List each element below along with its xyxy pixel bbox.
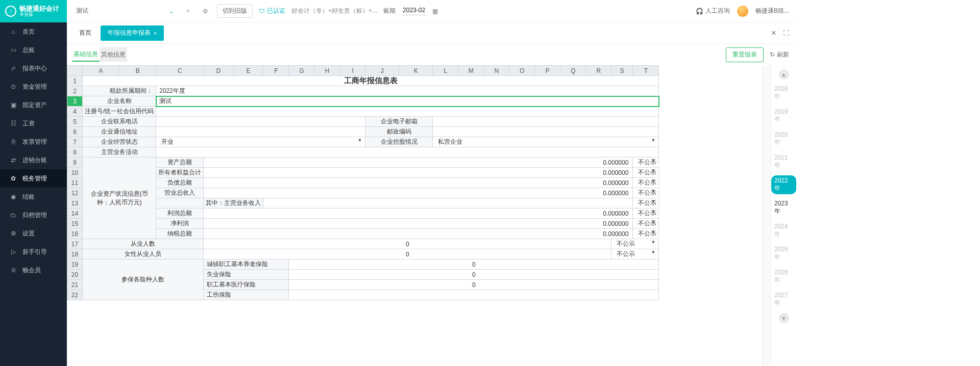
col-header[interactable]: M bbox=[458, 66, 484, 76]
year-2020年[interactable]: 2020年 bbox=[771, 129, 796, 148]
nav-icon: ⚙ bbox=[9, 229, 17, 238]
tab-首页[interactable]: 首页 bbox=[72, 25, 99, 41]
year-2026年[interactable]: 2026年 bbox=[771, 267, 796, 286]
nav-新手引导[interactable]: ▷新手引导 bbox=[0, 243, 67, 261]
sidebar: 畅捷通好会计 专业版 ⌂首页▭总账⬀报表中心⊙资金管理▣固定资产☷工资⎘发票管理… bbox=[0, 0, 67, 366]
fullscreen-icon[interactable]: ⛶ bbox=[781, 28, 791, 38]
add-company-button[interactable]: ＋ bbox=[182, 6, 193, 17]
nav-icon: ♔ bbox=[9, 266, 17, 274]
year-2024年[interactable]: 2024年 bbox=[771, 221, 796, 240]
nav-畅会员[interactable]: ♔畅会员 bbox=[0, 261, 67, 279]
year-down-button[interactable]: ▼ bbox=[779, 313, 789, 323]
year-2022年[interactable]: 2022年 bbox=[771, 175, 796, 194]
col-header[interactable]: H bbox=[314, 66, 340, 76]
settings-icon[interactable]: ⚙ bbox=[200, 6, 211, 17]
year-2018年[interactable]: 2018年 bbox=[771, 84, 796, 102]
old-version-button[interactable]: 切到旧版 bbox=[217, 4, 253, 18]
col-header[interactable] bbox=[67, 66, 83, 76]
col-header[interactable]: G bbox=[289, 66, 314, 76]
col-header[interactable]: I bbox=[340, 66, 365, 76]
period-value[interactable]: 2023-02 bbox=[402, 7, 426, 15]
year-2023年[interactable]: 2023年 bbox=[771, 198, 796, 217]
logo-icon bbox=[5, 6, 16, 17]
nav-报表中心[interactable]: ⬀报表中心 bbox=[0, 59, 67, 77]
nav-总账[interactable]: ▭总账 bbox=[0, 41, 67, 59]
period-label: 账期 bbox=[383, 7, 396, 15]
year-up-button[interactable]: ▲ bbox=[779, 69, 789, 80]
col-header[interactable]: O bbox=[509, 66, 535, 76]
col-header[interactable]: E bbox=[233, 66, 263, 76]
shield-icon: 🛡 bbox=[259, 8, 265, 15]
tab-年报信息申报表[interactable]: 年报信息申报表× bbox=[101, 25, 164, 41]
col-header[interactable]: Q bbox=[560, 66, 586, 76]
company-name: 测试 bbox=[76, 7, 88, 15]
verified-badge: 🛡 已认证 bbox=[259, 7, 285, 15]
spreadsheet[interactable]: ABCDEFGHIJKLMNOPQRST1工商年报信息表2税款所属期间：2022… bbox=[67, 65, 763, 366]
tabbar: 首页年报信息申报表× × ⛶ bbox=[67, 22, 796, 44]
nav-icon: ⌂ bbox=[9, 28, 17, 36]
nav-icon: ▣ bbox=[9, 101, 17, 109]
period-calendar-icon[interactable]: ▦ bbox=[432, 8, 438, 15]
subtab-其他信息[interactable]: 其他信息 bbox=[100, 47, 127, 62]
nav-固定资产[interactable]: ▣固定资产 bbox=[0, 96, 67, 114]
nav-发票管理[interactable]: ⎘发票管理 bbox=[0, 133, 67, 151]
nav-工资[interactable]: ☷工资 bbox=[0, 114, 67, 133]
year-2019年[interactable]: 2019年 bbox=[771, 107, 796, 125]
col-header[interactable]: R bbox=[586, 66, 611, 76]
col-header[interactable]: T bbox=[633, 66, 659, 76]
col-header[interactable]: S bbox=[611, 66, 633, 76]
nav-icon: ☷ bbox=[9, 119, 17, 127]
col-header[interactable]: B bbox=[119, 66, 156, 76]
nav-进销台账[interactable]: ⇄进销台账 bbox=[0, 151, 67, 169]
nav-icon: ⊙ bbox=[9, 83, 17, 91]
col-header[interactable]: C bbox=[156, 66, 204, 76]
nav-icon: ⇄ bbox=[9, 156, 17, 164]
logo: 畅捷通好会计 专业版 bbox=[0, 0, 67, 22]
close-tab-icon[interactable]: × bbox=[154, 30, 157, 36]
refresh-button[interactable]: ↻ 刷新 bbox=[770, 50, 789, 59]
nav-归档管理[interactable]: 🗀归档管理 bbox=[0, 206, 67, 224]
company-select[interactable]: 测试 ⌄ bbox=[74, 4, 176, 18]
avatar[interactable] bbox=[737, 6, 748, 17]
nav-icon: ◉ bbox=[9, 193, 17, 201]
year-rail: ▲ 2018年2019年2020年2021年2022年2023年2024年202… bbox=[771, 65, 796, 366]
reset-report-button[interactable]: 重置报表 bbox=[726, 47, 764, 62]
nav-税务管理[interactable]: ✿税务管理 bbox=[0, 169, 67, 188]
nav-icon: ▭ bbox=[9, 46, 17, 54]
col-header[interactable]: L bbox=[433, 66, 458, 76]
col-header[interactable]: P bbox=[535, 66, 560, 76]
year-2021年[interactable]: 2021年 bbox=[771, 152, 796, 171]
chevron-down-icon: ⌄ bbox=[169, 8, 174, 15]
subtab-基础信息[interactable]: 基础信息 bbox=[72, 47, 100, 62]
col-header[interactable]: D bbox=[204, 66, 234, 76]
nav-资金管理[interactable]: ⊙资金管理 bbox=[0, 77, 67, 96]
headset-icon: 🎧 bbox=[696, 8, 703, 15]
nav-结账[interactable]: ◉结账 bbox=[0, 188, 67, 206]
nav-icon: ▷ bbox=[9, 248, 17, 256]
col-header[interactable]: N bbox=[484, 66, 509, 76]
col-header[interactable]: F bbox=[263, 66, 289, 76]
nav-首页[interactable]: ⌂首页 bbox=[0, 22, 67, 41]
close-all-tabs-button[interactable]: × bbox=[769, 28, 779, 38]
logo-sub: 专业版 bbox=[19, 12, 59, 17]
topbar: 测试 ⌄ ＋ ⚙ 切到旧版 🛡 已认证 好会计（专）+好生意（标）+... 账期… bbox=[67, 0, 796, 22]
col-header[interactable]: A bbox=[83, 66, 119, 76]
nav-设置[interactable]: ⚙设置 bbox=[0, 224, 67, 243]
year-2027年[interactable]: 2027年 bbox=[771, 290, 796, 309]
col-header[interactable]: J bbox=[365, 66, 399, 76]
nav-icon: ✿ bbox=[9, 174, 17, 182]
vertical-scrollbar[interactable] bbox=[763, 65, 771, 366]
nav-icon: ⎘ bbox=[9, 138, 17, 146]
sub-header: 基础信息其他信息 重置报表 ↻ 刷新 bbox=[67, 44, 796, 65]
col-header[interactable]: K bbox=[399, 66, 433, 76]
nav-icon: ⬀ bbox=[9, 64, 17, 72]
year-2025年[interactable]: 2025年 bbox=[771, 244, 796, 263]
refresh-icon: ↻ bbox=[770, 51, 775, 58]
logo-main: 畅捷通好会计 bbox=[19, 5, 59, 12]
consult-button[interactable]: 🎧 人工咨询 bbox=[696, 7, 730, 15]
nav-icon: 🗀 bbox=[9, 211, 17, 219]
user-name[interactable]: 畅捷通B组... bbox=[755, 7, 789, 15]
plan-text: 好会计（专）+好生意（标）+... bbox=[291, 7, 377, 15]
